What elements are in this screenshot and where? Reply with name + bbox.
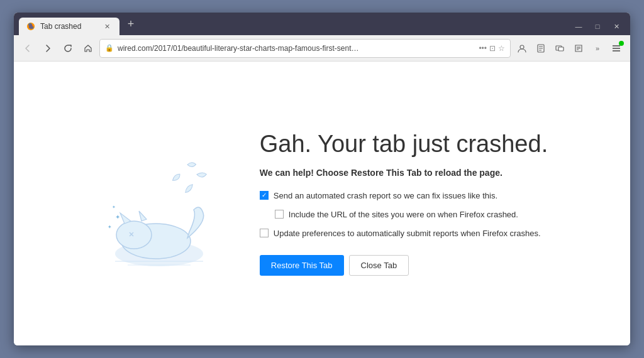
bookmark-icon[interactable]: ☆	[498, 44, 505, 53]
close-button[interactable]: ✕	[608, 20, 625, 33]
window-controls: — □ ✕	[570, 20, 625, 33]
crash-actions: Restore This Tab Close Tab	[260, 255, 548, 276]
pocket-icon[interactable]: ⊡	[489, 44, 496, 53]
synced-tabs-icon	[555, 44, 564, 53]
url-text: wired.com/2017/01/beautiful-literary-sta…	[118, 44, 475, 53]
crash-option-1: Send an automated crash report so we can…	[260, 190, 548, 202]
crash-option-2: Include the URL of the sites you were on…	[275, 209, 548, 220]
include-url-checkbox[interactable]	[275, 210, 284, 219]
svg-point-2	[520, 45, 524, 49]
close-tab-button[interactable]: Close Tab	[349, 255, 409, 276]
restore-tab-button[interactable]: Restore This Tab	[260, 255, 344, 276]
firefox-favicon	[26, 22, 35, 31]
svg-text:✦: ✦	[115, 214, 120, 220]
account-icon	[518, 44, 526, 53]
nav-right-icons: »	[513, 40, 625, 57]
account-button[interactable]	[513, 40, 531, 57]
maximize-button[interactable]: □	[589, 20, 606, 33]
active-tab[interactable]: Tab crashed ✕	[19, 18, 119, 35]
home-button[interactable]	[79, 40, 97, 57]
auto-submit-label: Update preferences to automatically subm…	[274, 228, 541, 239]
menu-button[interactable]	[608, 40, 625, 57]
auto-submit-checkbox[interactable]	[260, 229, 269, 237]
crash-options: Send an automated crash report so we can…	[260, 190, 548, 240]
home-icon	[84, 44, 92, 53]
svg-marker-18	[120, 213, 131, 224]
back-icon	[23, 44, 32, 53]
notification-dot	[619, 41, 624, 46]
page-content: ✦ ✦ ✦ Gah. Your tab just crashed. We can…	[14, 62, 630, 345]
title-bar: Tab crashed ✕ + — □ ✕	[14, 13, 630, 35]
overflow-button[interactable]: »	[589, 40, 606, 57]
svg-marker-19	[139, 211, 147, 221]
include-url-label: Include the URL of the sites you were on…	[289, 209, 518, 220]
bookmark-manager-icon	[536, 44, 545, 53]
more-options-icon[interactable]: •••	[479, 44, 487, 53]
tab-close-button[interactable]: ✕	[102, 21, 112, 31]
crash-illustration: ✦ ✦ ✦	[96, 141, 222, 266]
svg-point-17	[116, 221, 152, 249]
new-tab-button[interactable]: +	[122, 15, 140, 33]
reload-button[interactable]	[59, 40, 77, 57]
tab-title: Tab crashed	[40, 22, 97, 31]
svg-text:✦: ✦	[108, 224, 112, 230]
forward-icon	[43, 44, 52, 53]
send-report-label: Send an automated crash report so we can…	[274, 190, 497, 202]
reload-icon	[64, 44, 72, 53]
synced-tabs-button[interactable]	[551, 40, 569, 57]
svg-rect-8	[558, 47, 564, 51]
lock-icon: 🔒	[105, 44, 114, 52]
browser-window: Tab crashed ✕ + — □ ✕ 🔒 wired.com/2017/0…	[14, 13, 630, 345]
reader-view-icon	[574, 44, 583, 53]
address-bar[interactable]: 🔒 wired.com/2017/01/beautiful-literary-s…	[99, 39, 511, 58]
send-report-checkbox[interactable]	[260, 191, 269, 200]
address-bar-actions: ••• ⊡ ☆	[479, 44, 505, 53]
back-button[interactable]	[19, 40, 36, 57]
crash-title: Gah. Your tab just crashed.	[260, 131, 548, 158]
bookmark-manager-button[interactable]	[532, 40, 550, 57]
crash-subtitle: We can help! Choose Restore This Tab to …	[260, 168, 548, 178]
svg-text:✦: ✦	[112, 205, 116, 209]
crash-fox-svg: ✦ ✦ ✦	[96, 141, 222, 279]
minimize-button[interactable]: —	[570, 20, 587, 33]
forward-button[interactable]	[39, 40, 57, 57]
navigation-bar: 🔒 wired.com/2017/01/beautiful-literary-s…	[14, 35, 630, 62]
crash-container: ✦ ✦ ✦ Gah. Your tab just crashed. We can…	[96, 131, 548, 275]
crash-option-3: Update preferences to automatically subm…	[260, 228, 548, 239]
crash-message: Gah. Your tab just crashed. We can help!…	[260, 131, 548, 275]
reader-view-button[interactable]	[570, 40, 587, 57]
